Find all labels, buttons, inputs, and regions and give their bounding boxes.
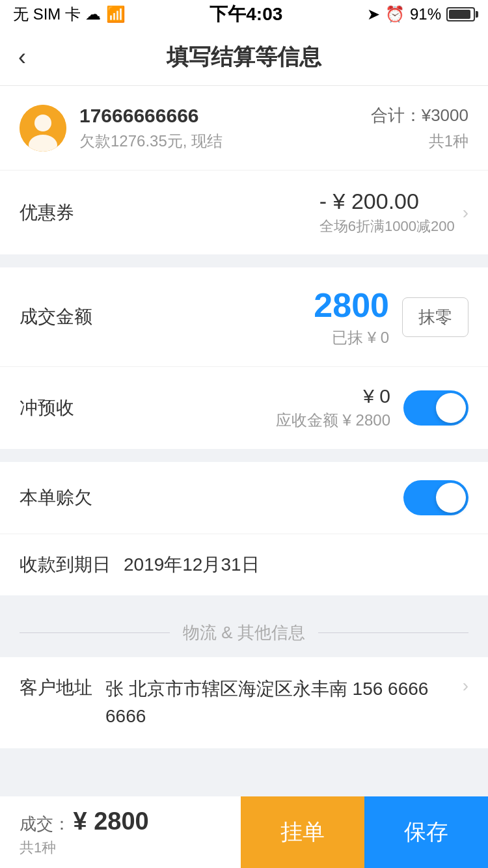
summary-amount: ¥ 2800 bbox=[73, 807, 148, 835]
round-zero-button[interactable]: 抹零 bbox=[402, 297, 468, 337]
status-right: ➤ ⏰ 91% bbox=[367, 5, 475, 23]
deal-card: 成交金额 2800 已抹 ¥ 0 抹零 冲预收 ¥ 0 应收金额 ¥ 2800 bbox=[0, 267, 488, 449]
summary-deal-label: 成交： bbox=[20, 814, 70, 834]
logistics-divider: 物流 & 其他信息 bbox=[0, 608, 488, 657]
save-button[interactable]: 保存 bbox=[364, 796, 488, 868]
deal-amount-label: 成交金额 bbox=[20, 305, 92, 329]
debit-card: 本单赊欠 收款到期日 2019年12月31日 bbox=[0, 462, 488, 595]
nav-bar: ‹ 填写结算等信息 bbox=[0, 29, 488, 86]
battery-percent: 91% bbox=[410, 5, 441, 23]
address-chevron-icon: › bbox=[463, 675, 468, 696]
status-left: 无 SIM 卡 ☁ 📶 bbox=[13, 4, 126, 25]
address-row[interactable]: 客户地址 张 北京市市辖区海淀区永丰南 156 6666 6666 › bbox=[0, 657, 488, 748]
page-title: 填写结算等信息 bbox=[167, 42, 321, 72]
toggle-knob bbox=[436, 393, 466, 423]
customer-phone: 17666666666 bbox=[79, 105, 223, 127]
coupon-label: 优惠券 bbox=[20, 200, 74, 225]
customer-left: 17666666666 欠款1276.35元, 现结 bbox=[20, 105, 223, 152]
divider-line-right bbox=[318, 632, 468, 633]
due-date-label: 收款到期日 bbox=[20, 552, 111, 577]
deal-amount-row: 成交金额 2800 已抹 ¥ 0 抹零 bbox=[0, 267, 488, 366]
status-bar: 无 SIM 卡 ☁ 📶 下午4:03 ➤ ⏰ 91% bbox=[0, 0, 488, 29]
wifi-icon: 📶 bbox=[106, 5, 126, 23]
customer-right: 合计：¥3000 共1种 bbox=[371, 104, 468, 152]
total-label: 合计：¥3000 bbox=[371, 104, 468, 127]
prepay-label: 冲预收 bbox=[20, 396, 74, 420]
bottom-summary: 成交： ¥ 2800 共1种 bbox=[0, 807, 241, 858]
prepay-amount-num: ¥ 0 bbox=[276, 385, 390, 407]
hang-order-button[interactable]: 挂单 bbox=[241, 796, 364, 868]
customer-debt: 欠款1276.35元, 现结 bbox=[79, 131, 223, 152]
debit-toggle[interactable] bbox=[403, 480, 468, 515]
back-button[interactable]: ‹ bbox=[18, 44, 26, 71]
customer-row: 17666666666 欠款1276.35元, 现结 合计：¥3000 共1种 bbox=[0, 86, 488, 170]
prepay-receivable: 应收金额 ¥ 2800 bbox=[276, 410, 390, 431]
chevron-right-icon: › bbox=[463, 202, 468, 223]
avatar bbox=[20, 105, 66, 152]
total-count: 共1种 bbox=[371, 131, 468, 152]
status-time: 下午4:03 bbox=[210, 2, 282, 27]
coupon-info: - ¥ 200.00 全场6折满1000减200 bbox=[319, 189, 455, 236]
prepay-right: ¥ 0 应收金额 ¥ 2800 bbox=[276, 385, 468, 431]
due-date-row: 收款到期日 2019年12月31日 bbox=[0, 534, 488, 595]
prepay-amount-info: ¥ 0 应收金额 ¥ 2800 bbox=[276, 385, 390, 431]
customer-info: 17666666666 欠款1276.35元, 现结 bbox=[79, 105, 223, 152]
deal-amount-zero: 已抹 ¥ 0 bbox=[314, 327, 389, 348]
coupon-right: - ¥ 200.00 全场6折满1000减200 › bbox=[319, 189, 468, 236]
deal-right: 2800 已抹 ¥ 0 抹零 bbox=[314, 286, 468, 348]
prepay-toggle[interactable] bbox=[403, 390, 468, 426]
battery-icon bbox=[446, 7, 475, 21]
address-card: 客户地址 张 北京市市辖区海淀区永丰南 156 6666 6666 › bbox=[0, 657, 488, 748]
address-label: 客户地址 bbox=[20, 675, 92, 700]
sim-label: 无 SIM 卡 ☁ bbox=[13, 4, 101, 25]
coupon-desc: 全场6折满1000减200 bbox=[319, 217, 455, 236]
due-date-value: 2019年12月31日 bbox=[124, 552, 260, 577]
coupon-discount: - ¥ 200.00 bbox=[319, 189, 455, 214]
bottom-bar: 成交： ¥ 2800 共1种 挂单 保存 bbox=[0, 796, 488, 868]
address-content: 张 北京市市辖区海淀区永丰南 156 6666 6666 bbox=[105, 675, 455, 730]
summary-deal-row: 成交： ¥ 2800 bbox=[20, 807, 221, 835]
debit-row: 本单赊欠 bbox=[0, 462, 488, 534]
debit-toggle-knob bbox=[436, 483, 466, 513]
coupon-row[interactable]: 优惠券 - ¥ 200.00 全场6折满1000减200 › bbox=[0, 170, 488, 254]
main-content: 17666666666 欠款1276.35元, 现结 合计：¥3000 共1种 … bbox=[0, 86, 488, 868]
customer-card: 17666666666 欠款1276.35元, 现结 合计：¥3000 共1种 … bbox=[0, 86, 488, 254]
location-icon: ➤ bbox=[367, 5, 380, 23]
debit-label: 本单赊欠 bbox=[20, 485, 92, 510]
summary-count: 共1种 bbox=[20, 838, 221, 858]
divider-line-left bbox=[20, 632, 170, 633]
alarm-icon: ⏰ bbox=[385, 5, 405, 23]
svg-point-1 bbox=[34, 115, 51, 131]
prepay-row: 冲预收 ¥ 0 应收金额 ¥ 2800 bbox=[0, 366, 488, 449]
deal-amount-info: 2800 已抹 ¥ 0 bbox=[314, 286, 389, 348]
logistics-label: 物流 & 其他信息 bbox=[183, 621, 305, 644]
deal-amount-number: 2800 bbox=[314, 286, 389, 325]
